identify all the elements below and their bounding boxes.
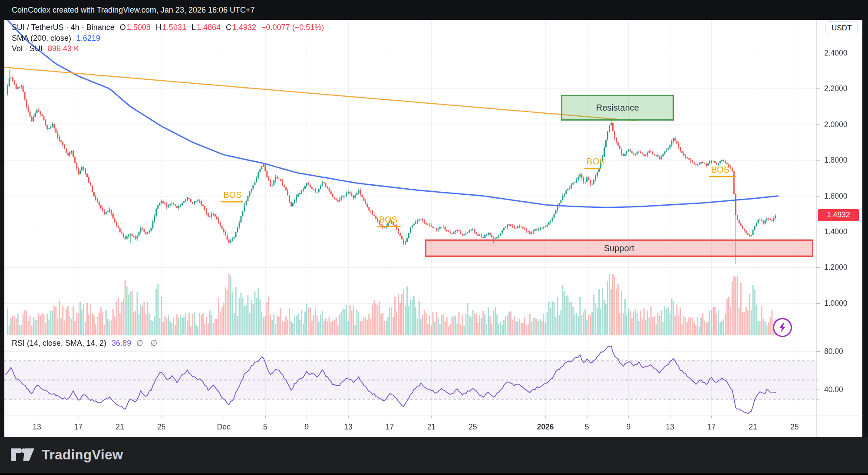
axis-tick-label: 13 xyxy=(33,423,41,432)
bos-label[interactable]: BOS xyxy=(587,157,605,167)
watermark-text: CoinCodex created with TradingView.com, … xyxy=(0,6,255,15)
resistance-zone[interactable]: Resistance xyxy=(561,95,674,121)
symbol-legend-row: SUI / TetherUS · 4h · Binance O1.5008H1.… xyxy=(12,23,324,32)
rsi-empty-icons: ∅ ∅ xyxy=(136,338,160,348)
axis-tick-label: 9 xyxy=(626,423,630,432)
ohlc-pair: H1.5031 xyxy=(156,23,186,32)
axis-tick-label: 9 xyxy=(305,423,309,432)
axis-tick-label: 21 xyxy=(749,423,757,432)
axis-tick-label: 25 xyxy=(469,423,477,432)
tradingview-logo-icon[interactable] xyxy=(11,448,35,462)
lightning-icon xyxy=(778,322,787,333)
axis-tick-label: 80.00 xyxy=(824,347,843,356)
axis-tick-label: 17 xyxy=(707,423,716,432)
ohlc-pair: L1.4864 xyxy=(191,23,221,32)
volume-value: 896.43 K xyxy=(48,44,79,53)
flash-button[interactable] xyxy=(773,318,792,337)
support-label: Support xyxy=(604,243,634,253)
bos-label[interactable]: BOS xyxy=(711,165,729,175)
axis-tick-label: 17 xyxy=(74,423,83,432)
axis-tick-label: 2026 xyxy=(537,423,554,432)
axis-tick-label: 1.0000 xyxy=(824,299,848,308)
axis-tick-label: 1.4000 xyxy=(824,227,848,236)
axis-tick-label: 1.6000 xyxy=(824,192,848,201)
rsi-legend-row: RSI (14, close, SMA, 14, 2) 36.89 ∅ ∅ xyxy=(12,338,160,348)
screenshot-root: CoinCodex created with TradingView.com, … xyxy=(0,0,868,475)
rsi-value: 36.89 xyxy=(112,339,131,348)
change-value: −0.0077 (−0.51%) xyxy=(261,23,324,32)
bos-label[interactable]: BOS xyxy=(223,190,241,200)
axis-tick-label: 17 xyxy=(386,423,394,432)
axis-tick-label: Dec xyxy=(217,423,231,432)
ohlc-pair: C1.4932 xyxy=(226,23,256,32)
sma-label: SMA (200, close) xyxy=(12,34,71,43)
chart-canvas[interactable] xyxy=(0,0,868,475)
volume-legend-row: Vol · SUI 896.43 K xyxy=(12,44,79,53)
axis-tick-label: 5 xyxy=(263,423,267,432)
axis-tick-label: 21 xyxy=(116,423,124,432)
axis-tick-label: 2.4000 xyxy=(824,49,848,58)
sma-legend-row: SMA (200, close) 1.6219 xyxy=(12,34,100,43)
axis-tick-label: 13 xyxy=(344,423,352,432)
symbol-title: SUI / TetherUS · 4h · Binance xyxy=(12,23,115,32)
watermark-bar: CoinCodex created with TradingView.com, … xyxy=(0,0,868,20)
axis-tick-label: 21 xyxy=(427,423,435,432)
axis-tick-label: 25 xyxy=(790,423,799,432)
axis-tick-label: 25 xyxy=(157,423,165,432)
volume-label: Vol · SUI xyxy=(12,44,43,53)
axis-tick-label: 5 xyxy=(585,423,589,432)
axis-tick-label: 40.00 xyxy=(824,385,843,394)
ohlc-values: O1.5008H1.5031L1.4864C1.4932 xyxy=(120,23,256,32)
currency-button[interactable]: USDT xyxy=(825,21,858,35)
axis-tick-label: 1.2000 xyxy=(824,263,848,272)
rsi-label: RSI (14, close, SMA, 14, 2) xyxy=(12,339,106,348)
axis-tick-label: 2.2000 xyxy=(824,84,848,93)
axis-tick-label: 1.8000 xyxy=(824,156,848,165)
ohlc-pair: O1.5008 xyxy=(120,23,151,32)
resistance-label: Resistance xyxy=(596,103,639,113)
support-zone[interactable]: Support xyxy=(425,239,813,257)
tradingview-brand-text[interactable]: TradingView xyxy=(42,447,123,463)
bottom-strip xyxy=(0,473,868,475)
axis-tick-label: 13 xyxy=(666,423,674,432)
footer-bar: TradingView xyxy=(0,437,868,473)
axis-tick-label: 2.0000 xyxy=(824,120,848,129)
sma-value: 1.6219 xyxy=(76,34,100,43)
bos-label[interactable]: BOS xyxy=(379,215,397,225)
last-price-tag: 1.4932 xyxy=(818,209,859,221)
